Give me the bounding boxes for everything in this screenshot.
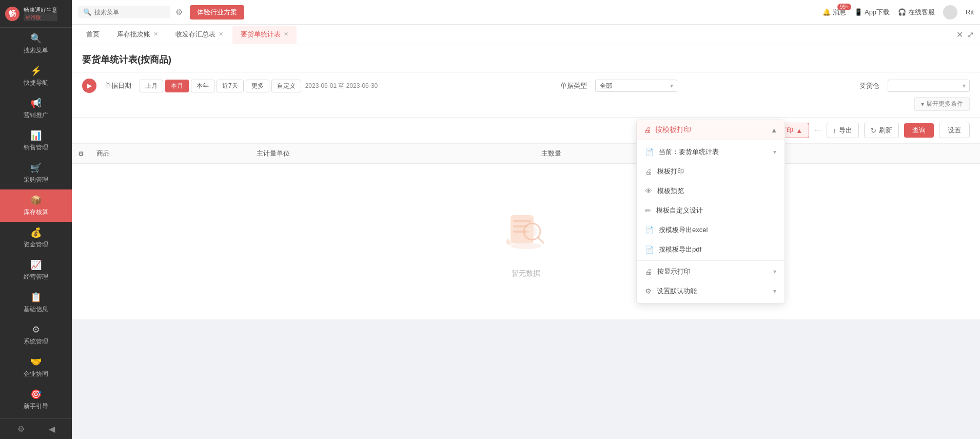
col-settings[interactable]: ⚙ bbox=[72, 144, 90, 164]
tab-receive-summary[interactable]: 收发存汇总表 ✕ bbox=[167, 26, 231, 44]
search-input[interactable] bbox=[94, 9, 156, 16]
expand-icon-btn[interactable]: ▶ bbox=[82, 79, 96, 93]
handshake-icon: 🤝 bbox=[30, 356, 42, 368]
sidebar-item-marketing[interactable]: 📢 营销推广 bbox=[0, 92, 72, 125]
order-type-select[interactable]: 全部 要货单 补货单 bbox=[595, 80, 677, 92]
sidebar-settings-icon[interactable]: ⚙ bbox=[17, 424, 25, 434]
svg-point-0 bbox=[511, 243, 541, 249]
template-print-item[interactable]: 🖨 模板打印 bbox=[637, 162, 785, 181]
tabs-bar: 首页 库存批次账 ✕ 收发存汇总表 ✕ 要货单统计表 ✕ ✕ ⤢ bbox=[72, 25, 980, 45]
sidebar-item-quick-nav[interactable]: ⚡ 快捷导航 bbox=[0, 60, 72, 92]
sidebar-item-operation[interactable]: 📈 经营管理 bbox=[0, 254, 72, 287]
settings-button[interactable]: 设置 bbox=[939, 123, 970, 138]
cart-icon: 🛒 bbox=[30, 162, 42, 174]
tab-close-order-stats[interactable]: ✕ bbox=[284, 31, 288, 37]
chevron-up-icon: ▲ bbox=[796, 127, 802, 135]
query-button[interactable]: 查询 bbox=[904, 123, 934, 138]
date-btn-more[interactable]: 更多 bbox=[246, 80, 269, 92]
tab-inventory-batch[interactable]: 库存批次账 ✕ bbox=[109, 26, 166, 44]
print-dropdown-close-icon[interactable]: ▲ bbox=[771, 126, 777, 134]
online-service-btn[interactable]: 🎧 在线客服 bbox=[898, 8, 935, 17]
dropdown-divider-1 bbox=[637, 260, 785, 261]
sidebar-nav: 🔍 搜索菜单 ⚡ 快捷导航 📢 营销推广 📊 销售管理 🛒 采购管理 📦 库存核… bbox=[0, 28, 72, 418]
sidebar-item-cooperation[interactable]: 🤝 企业协同 bbox=[0, 351, 72, 384]
clipboard-icon: 📋 bbox=[30, 292, 42, 303]
money-icon: 💰 bbox=[30, 227, 42, 238]
template-export-excel-item[interactable]: 📄 按模板导出excel bbox=[637, 220, 785, 240]
print-dropdown-body: 📄 当前：要货单统计表 ▾ 🖨 模板打印 👁 模板预览 ✏ bbox=[637, 140, 785, 303]
gear-icon: ⚙ bbox=[32, 324, 40, 335]
tab-close-inventory-batch[interactable]: ✕ bbox=[153, 31, 158, 37]
search-icon: 🔍 bbox=[30, 33, 42, 44]
date-btn-this-month[interactable]: 本月 bbox=[165, 80, 189, 92]
display-print-icon: 🖨 bbox=[645, 268, 652, 276]
search-icon: 🔍 bbox=[83, 8, 91, 16]
content-area: 要货单统计表(按商品) ▶ 单据日期 上月 本月 本年 近7天 更多 自定义 2… bbox=[72, 45, 980, 439]
chart-icon: 📊 bbox=[30, 130, 42, 141]
refresh-icon: ↻ bbox=[871, 127, 876, 135]
date-buttons: 上月 本月 本年 近7天 更多 自定义 2023-06-01 至 2023-06… bbox=[140, 80, 378, 92]
current-template-item[interactable]: 📄 当前：要货单统计表 ▾ bbox=[637, 142, 785, 162]
display-print-item[interactable]: 🖨 按显示打印 ▾ bbox=[637, 262, 785, 281]
print-dropdown-title: 按模板打印 bbox=[655, 125, 691, 135]
sidebar-item-finance[interactable]: 💰 资金管理 bbox=[0, 222, 72, 254]
more-options-icon[interactable]: ··· bbox=[814, 126, 821, 135]
template-preview-item[interactable]: 👁 模板预览 bbox=[637, 181, 785, 201]
table-head: ⚙ 商品 主计量单位 主数量 零售金额 bbox=[72, 144, 980, 164]
date-btn-last-month[interactable]: 上月 bbox=[140, 80, 163, 92]
sidebar-item-basic[interactable]: 📋 基础信息 bbox=[0, 287, 72, 319]
tab-home[interactable]: 首页 bbox=[78, 26, 108, 44]
tab-close-receive-summary[interactable]: ✕ bbox=[219, 31, 223, 37]
maximize-window-icon[interactable]: ⤢ bbox=[967, 30, 974, 40]
trial-button[interactable]: 体验行业方案 bbox=[190, 5, 244, 20]
filter-row-1: ▶ 单据日期 上月 本月 本年 近7天 更多 自定义 2023-06-01 至 … bbox=[82, 79, 970, 93]
app-download-btn[interactable]: 📱 App下载 bbox=[854, 8, 890, 17]
sidebar-item-inventory[interactable]: 📦 库存核算 bbox=[0, 189, 72, 222]
empty-icon bbox=[500, 205, 552, 261]
svg-point-6 bbox=[527, 226, 537, 237]
order-source-wrapper bbox=[888, 80, 970, 92]
col-unit: 主计量单位 bbox=[250, 144, 535, 164]
order-source-select[interactable] bbox=[888, 80, 970, 92]
user-avatar[interactable] bbox=[943, 5, 957, 20]
order-source-label: 要货仓 bbox=[859, 81, 879, 90]
sidebar-item-guide[interactable]: 🎯 新手引导 bbox=[0, 384, 72, 416]
template-design-item[interactable]: ✏ 模板自定义设计 bbox=[637, 201, 785, 220]
svg-rect-2 bbox=[513, 220, 531, 222]
sidebar-item-search[interactable]: 🔍 搜索菜单 bbox=[0, 28, 72, 60]
default-func-icon: ⚙ bbox=[645, 287, 652, 295]
close-window-icon[interactable]: ✕ bbox=[956, 30, 963, 40]
topbar-gear-icon[interactable]: ⚙ bbox=[175, 7, 183, 17]
col-product: 商品 bbox=[90, 144, 250, 164]
search-box[interactable]: 🔍 bbox=[78, 6, 170, 18]
messages-btn[interactable]: 🔔 消息 99+ bbox=[822, 8, 846, 17]
topbar-right: 🔔 消息 99+ 📱 App下载 🎧 在线客服 Rit bbox=[822, 5, 974, 20]
target-icon: 🎯 bbox=[30, 389, 42, 400]
date-btn-custom[interactable]: 自定义 bbox=[271, 80, 301, 92]
date-btn-7days[interactable]: 近7天 bbox=[217, 80, 244, 92]
template-print-icon: 🖨 bbox=[645, 167, 652, 176]
order-type-label: 单据类型 bbox=[560, 81, 587, 90]
export-icon: ↑ bbox=[833, 127, 837, 135]
sidebar-item-purchase[interactable]: 🛒 采购管理 bbox=[0, 157, 72, 189]
tab-order-stats[interactable]: 要货单统计表 ✕ bbox=[232, 26, 297, 44]
sidebar-item-sales[interactable]: 📊 销售管理 bbox=[0, 125, 72, 157]
app-name: 畅康通好生意 bbox=[24, 6, 57, 13]
phone-icon: 📱 bbox=[854, 8, 863, 16]
megaphone-icon: 📢 bbox=[30, 98, 42, 109]
sidebar-item-system[interactable]: ⚙ 系统管理 bbox=[0, 319, 72, 351]
username: Rit bbox=[966, 8, 974, 16]
headset-icon: 🎧 bbox=[898, 8, 906, 16]
current-template-icon: 📄 bbox=[645, 148, 654, 156]
template-export-pdf-item[interactable]: 📄 按模板导出pdf bbox=[637, 240, 785, 259]
export-button[interactable]: ↑ 导出 bbox=[827, 123, 859, 138]
display-print-arrow: ▾ bbox=[773, 268, 776, 275]
action-bar: 🖨 按模板打印 ▲ ··· ↑ 导出 ↻ 刷新 查询 bbox=[72, 118, 980, 144]
order-type-select-wrapper: 全部 要货单 补货单 bbox=[595, 80, 677, 92]
default-func-item[interactable]: ⚙ 设置默认功能 ▾ bbox=[637, 281, 785, 301]
date-btn-this-year[interactable]: 本年 bbox=[191, 80, 214, 92]
expand-more-btn[interactable]: ▾ 展开更多条件 bbox=[914, 97, 970, 111]
table-area: ⚙ 商品 主计量单位 主数量 零售金额 bbox=[72, 144, 980, 319]
refresh-button[interactable]: ↻ 刷新 bbox=[864, 123, 899, 138]
sidebar-collapse-icon[interactable]: ◀ bbox=[49, 424, 55, 434]
